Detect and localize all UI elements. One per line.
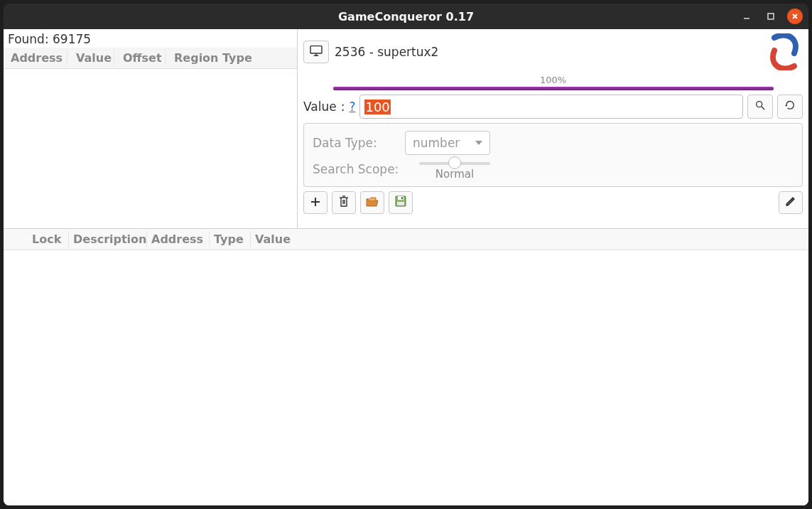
svg-rect-16 [401, 197, 403, 199]
progress-label: 100% [540, 75, 566, 85]
progress-fill [333, 87, 774, 90]
cheat-headers: Lock Description Address Type Value [4, 229, 808, 250]
slider-thumb[interactable] [448, 156, 461, 169]
window-title: GameConqueror 0.17 [338, 10, 474, 23]
results-body[interactable] [4, 69, 297, 228]
plus-icon [310, 196, 320, 210]
window-controls [739, 9, 803, 24]
titlebar: GameConqueror 0.17 [4, 4, 808, 29]
value-row: Value: ? 100 [303, 95, 803, 119]
svg-point-7 [757, 102, 762, 107]
options-box: Data Type: number Search Scope: Normal [303, 123, 803, 187]
close-button[interactable] [787, 9, 803, 24]
open-button[interactable] [360, 191, 384, 214]
results-headers: Address Value Offset Region Type [4, 48, 297, 69]
process-row: 2536 - supertux2 [303, 33, 803, 70]
process-label: 2536 - supertux2 [335, 45, 760, 59]
trash-icon [339, 195, 349, 210]
monitor-icon [309, 45, 323, 59]
cheat-list-pane: Lock Description Address Type Value [4, 228, 808, 505]
results-header-address[interactable]: Address [6, 50, 67, 66]
found-count-label: Found: 69175 [4, 29, 297, 48]
value-label: Value [303, 100, 337, 114]
memory-editor-button[interactable] [779, 191, 803, 214]
data-type-label: Data Type: [313, 136, 405, 150]
cheat-header-lock[interactable]: Lock [28, 231, 69, 247]
svg-rect-4 [310, 46, 322, 53]
search-scope-label: Search Scope: [313, 162, 405, 176]
svg-line-8 [762, 107, 764, 109]
results-header-region[interactable]: Region Type [170, 50, 294, 66]
value-input-text: 100 [364, 100, 390, 114]
results-header-value[interactable]: Value [72, 50, 114, 66]
svg-rect-1 [768, 14, 774, 19]
value-help-link[interactable]: ? [349, 100, 355, 114]
save-icon [395, 195, 406, 210]
cheat-header-value[interactable]: Value [251, 231, 806, 247]
results-header-offset[interactable]: Offset [119, 50, 166, 66]
scan-pane: 2536 - supertux2 100% Value: ? 1 [298, 29, 808, 228]
search-scope-slider[interactable]: Normal [405, 158, 504, 181]
reset-button[interactable] [777, 95, 803, 119]
refresh-icon [784, 100, 796, 114]
search-scope-value: Normal [435, 168, 474, 181]
data-type-value: number [413, 136, 460, 150]
save-button[interactable] [389, 191, 413, 214]
chevron-down-icon [475, 141, 482, 145]
slider-track [419, 162, 490, 165]
value-input[interactable]: 100 [359, 95, 743, 119]
cheat-header-description[interactable]: Description [69, 231, 147, 247]
upper-panes: Found: 69175 Address Value Offset Region… [4, 29, 808, 228]
add-button[interactable] [303, 191, 327, 214]
scan-button[interactable] [747, 95, 773, 119]
maximize-button[interactable] [763, 9, 779, 24]
cheat-header-type[interactable]: Type [210, 231, 251, 247]
data-type-select[interactable]: number [405, 131, 490, 155]
select-process-button[interactable] [303, 41, 329, 63]
results-pane: Found: 69175 Address Value Offset Region… [4, 29, 298, 228]
progress-row: 100% [303, 75, 803, 90]
app-logo-icon [766, 33, 803, 70]
progress-bar [333, 87, 774, 90]
cheat-header-address[interactable]: Address [147, 231, 210, 247]
svg-rect-17 [397, 202, 404, 205]
cheat-toolbar [303, 191, 803, 218]
pencil-icon [785, 195, 796, 210]
search-icon [754, 100, 766, 114]
folder-open-icon [366, 196, 379, 210]
minimize-button[interactable] [739, 9, 754, 24]
remove-button[interactable] [332, 191, 356, 214]
main-content: Found: 69175 Address Value Offset Region… [4, 29, 808, 505]
